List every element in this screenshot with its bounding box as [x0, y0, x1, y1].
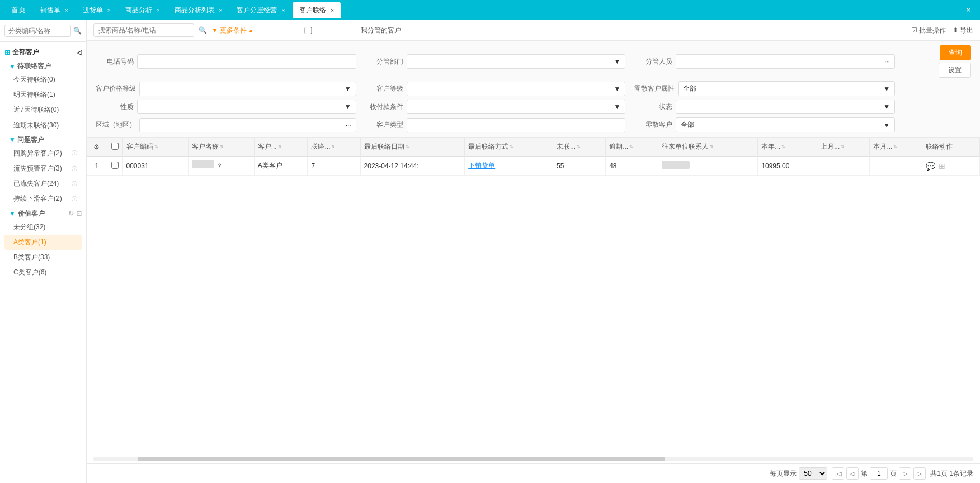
settings-button[interactable]: 设置 — [939, 63, 971, 78]
nav-tab-analysis-list[interactable]: 商品分析列表 × — [168, 2, 229, 18]
col-customer-type[interactable]: 客户... ⇅ — [254, 138, 308, 157]
col-no-contact[interactable]: 未联... ⇅ — [553, 138, 606, 157]
close-customer-contact-tab[interactable]: × — [331, 7, 334, 13]
advanced-filter: 电话号码 分管部门 ▼ 分管人员 ··· — [87, 41, 980, 138]
sidebar-all-customers[interactable]: ⊞ 全部客户 ◁ — [4, 45, 82, 59]
sidebar-item-7days[interactable]: 近7天待联络(0) — [4, 102, 82, 117]
sidebar-item-overdue[interactable]: 逾期未联络(30) — [4, 118, 82, 133]
col-overdue[interactable]: 逾期... ⇅ — [606, 138, 658, 157]
close-analysis-list-tab[interactable]: × — [219, 7, 223, 13]
page-number-input[interactable] — [870, 467, 888, 480]
col-last-month[interactable]: 上月... ⇅ — [817, 138, 870, 157]
status-select[interactable]: ▼ — [676, 100, 895, 114]
info-icon-2: ⓘ — [72, 164, 77, 173]
collapse-icon[interactable]: ◁ — [77, 49, 82, 56]
table-settings-icon[interactable]: ⚙ — [93, 143, 100, 151]
sidebar-item-tomorrow[interactable]: 明天待联络(1) — [4, 87, 82, 102]
col-this-year[interactable]: 本年... ⇅ — [758, 138, 817, 157]
region-select[interactable]: ··· — [139, 118, 356, 132]
customer-level-select[interactable]: ▼ — [407, 82, 626, 96]
retail-attr-label: 零散客户属性 — [634, 84, 675, 93]
sidebar-item-class-c[interactable]: C类客户(6) — [4, 265, 82, 280]
last-page-btn[interactable]: ▷| — [913, 467, 926, 480]
dept-label: 分管部门 — [365, 57, 403, 67]
close-customer-management-tab[interactable]: × — [281, 7, 285, 13]
retail-attr-select[interactable]: 全部 ▼ — [678, 81, 895, 96]
unit-contact-blurred — [662, 161, 690, 169]
window-close-button[interactable]: × — [962, 5, 976, 15]
export-btn[interactable]: ⬆ 导出 — [953, 26, 973, 35]
col-customer-code[interactable]: 客户编码 ⇅ — [123, 138, 189, 157]
sidebar-search-icon[interactable]: 🔍 — [73, 27, 82, 35]
query-button[interactable]: 查询 — [940, 45, 971, 60]
nav-tab-customer-management[interactable]: 客户分层经营 × — [230, 2, 291, 18]
col-contact-count[interactable]: 联络... ⇅ — [308, 138, 360, 157]
batch-op-btn[interactable]: ☑ 批量操作 — [911, 26, 946, 35]
sidebar-item-today[interactable]: 今天待联络(0) — [4, 72, 82, 87]
col-this-month[interactable]: 本月... ⇅ — [870, 138, 922, 157]
nav-tab-purchase[interactable]: 进货单 × — [76, 2, 117, 18]
sidebar-search-area: 🔍 — [0, 20, 86, 42]
col-contact-action: 联络动作 — [922, 138, 980, 157]
my-customers-checkbox-label[interactable]: 我分管的客户 — [258, 26, 401, 35]
sidebar-search-input[interactable] — [4, 25, 71, 37]
nav-tab-analysis[interactable]: 商品分析 × — [119, 2, 167, 18]
search-input[interactable] — [93, 23, 194, 37]
row-checkbox[interactable] — [111, 162, 119, 169]
sidebar-item-declining[interactable]: 持续下滑客户(2) ⓘ — [4, 191, 82, 206]
sidebar-item-repurchase-abnormal[interactable]: 回购异常客户(2) ⓘ — [4, 146, 82, 161]
my-customers-checkbox[interactable] — [258, 27, 359, 34]
chat-icon[interactable]: 💬 — [926, 162, 935, 171]
filter-cell-customer-type: 客户类型 — [365, 117, 626, 132]
filter-row-1: 电话号码 分管部门 ▼ 分管人员 ··· — [96, 45, 971, 78]
page-size-select[interactable]: 50 100 200 — [799, 467, 827, 480]
person-dots-icon: ··· — [884, 58, 890, 65]
dept-select[interactable]: ▼ — [407, 54, 626, 69]
close-sales-tab[interactable]: × — [65, 7, 68, 13]
scrollbar-thumb[interactable] — [138, 457, 666, 461]
col-last-contact-date[interactable]: 最后联络日期 ⇅ — [360, 138, 465, 157]
last-contact-method-link[interactable]: 下销货单 — [468, 162, 495, 169]
col-unit-contact[interactable]: 往来单位联系人 ⇅ — [658, 138, 758, 157]
settings-icon[interactable]: ⊡ — [76, 210, 82, 217]
sidebar-item-class-b[interactable]: B类客户(33) — [4, 250, 82, 265]
col-customer-name[interactable]: 客户名称 ⇅ — [189, 138, 255, 157]
nav-home[interactable]: 首页 — [4, 5, 32, 15]
price-level-select[interactable]: ▼ — [139, 82, 356, 96]
filter-actions-cell: 查询 设置 — [904, 45, 971, 78]
sidebar-item-class-a[interactable]: A类客户(1) — [4, 235, 82, 250]
customer-type-select[interactable] — [407, 118, 626, 132]
nav-tab-sales[interactable]: 销售单 × — [34, 2, 75, 18]
customer-table: ⚙ 客户编码 ⇅ 客户名称 — [87, 138, 980, 176]
cell-last-contact-date: 2023-04-12 14:44: — [360, 157, 465, 176]
phone-input[interactable] — [137, 54, 356, 69]
qr-icon[interactable]: ⊞ — [939, 162, 945, 171]
filter-search-icon[interactable]: 🔍 — [199, 26, 207, 34]
next-page-btn[interactable]: ▷ — [899, 467, 911, 480]
cell-last-contact-method: 下销货单 — [465, 157, 553, 176]
prev-page-btn[interactable]: ◁ — [846, 467, 859, 480]
horizontal-scrollbar[interactable] — [93, 457, 973, 461]
more-conditions-btn[interactable]: ▼ 更多条件 ▲ — [211, 26, 253, 35]
cell-customer-type: A类客户 — [254, 157, 308, 176]
nature-select[interactable]: ▼ — [137, 100, 356, 114]
sidebar-item-churned[interactable]: 已流失客户(24) ⓘ — [4, 176, 82, 191]
col-checkbox — [107, 138, 123, 157]
customer-type-label: 客户类型 — [365, 120, 403, 130]
nav-tab-customer-contact[interactable]: 客户联络 × — [293, 2, 341, 18]
filter-row-3: 性质 ▼ 收付款条件 ▼ 状态 — [96, 100, 971, 114]
cell-contact-action: 💬 ⊞ — [922, 157, 980, 176]
payment-select[interactable]: ▼ — [407, 100, 626, 114]
retail-customer-select[interactable]: 全部 ▼ — [676, 117, 895, 132]
col-settings[interactable]: ⚙ — [87, 138, 107, 157]
close-purchase-tab[interactable]: × — [107, 7, 111, 13]
refresh-icon[interactable]: ↻ — [68, 210, 74, 217]
filter-cell-retail-customer: 零散客户 全部 ▼ — [634, 117, 895, 132]
select-all-checkbox[interactable] — [111, 143, 119, 150]
col-last-contact-method[interactable]: 最后联络方式 ⇅ — [465, 138, 553, 157]
sidebar-item-unclassified[interactable]: 未分组(32) — [4, 220, 82, 235]
first-page-btn[interactable]: |◁ — [832, 467, 844, 480]
person-select[interactable]: ··· — [676, 54, 895, 69]
sidebar-item-churn-warning[interactable]: 流失预警客户(3) ⓘ — [4, 161, 82, 176]
close-analysis-tab[interactable]: × — [157, 7, 160, 13]
